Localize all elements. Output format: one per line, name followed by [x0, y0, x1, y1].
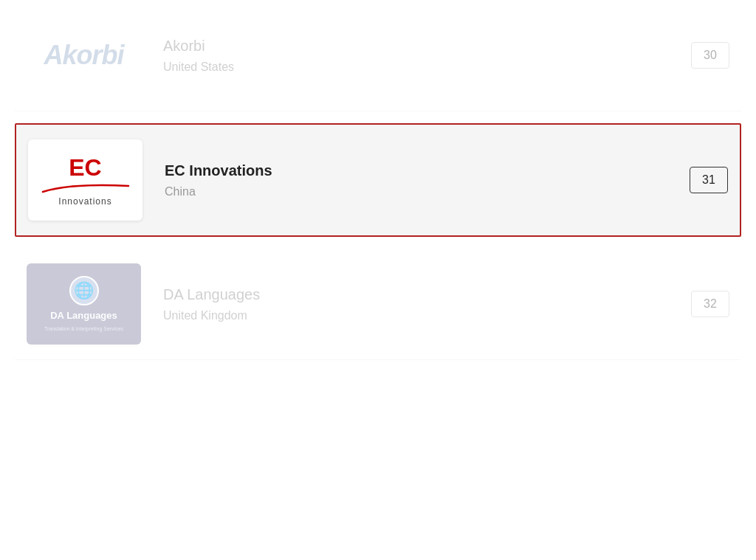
- vendor-info: EC Innovations China: [165, 162, 690, 198]
- ec-innovations-label: Innovations: [58, 196, 111, 207]
- ec-letters: EC: [69, 154, 101, 182]
- akorbi-logo-text: Akorbi: [44, 40, 123, 71]
- list-item[interactable]: EC Innovations EC Innovations China 31: [15, 123, 741, 237]
- ec-innovations-logo: EC Innovations: [41, 154, 130, 207]
- vendor-info: DA Languages United Kingdom: [163, 286, 691, 322]
- da-globe-icon: 🌐: [69, 276, 99, 305]
- list-item[interactable]: Akorbi Akorbi United States 30: [15, 0, 741, 111]
- ec-swoosh-svg: [41, 182, 130, 195]
- vendor-rank: 32: [691, 291, 729, 317]
- vendor-country: United States: [163, 61, 691, 74]
- vendor-name: DA Languages: [163, 286, 691, 303]
- da-name-text: DA Languages: [50, 310, 117, 322]
- vendor-country: China: [165, 185, 690, 198]
- vendor-info: Akorbi United States: [163, 38, 691, 74]
- vendor-logo: 🌐 DA Languages Translation & Interpretin…: [27, 263, 141, 345]
- vendor-rank: 31: [690, 167, 728, 193]
- vendor-logo: Akorbi: [27, 15, 141, 96]
- list-item[interactable]: 🌐 DA Languages Translation & Interpretin…: [15, 249, 741, 360]
- vendor-country: United Kingdom: [163, 309, 691, 322]
- vendor-logo: EC Innovations: [28, 139, 142, 221]
- vendor-rank: 30: [691, 42, 729, 69]
- da-tagline-text: Translation & Interpreting Services: [44, 325, 123, 332]
- da-languages-logo: 🌐 DA Languages Translation & Interpretin…: [37, 269, 131, 340]
- vendor-list: Akorbi Akorbi United States 30 EC Innova…: [0, 0, 756, 360]
- vendor-name: Akorbi: [163, 38, 691, 55]
- vendor-name: EC Innovations: [165, 162, 690, 179]
